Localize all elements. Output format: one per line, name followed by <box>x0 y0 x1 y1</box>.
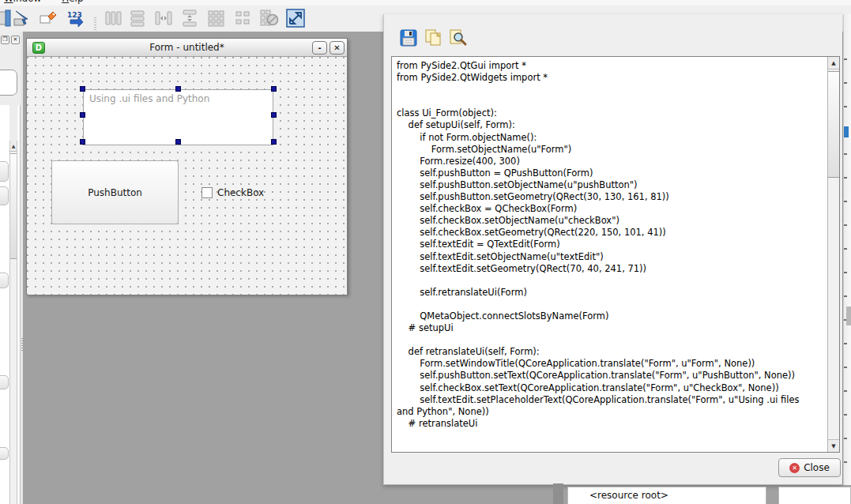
selection-handle[interactable] <box>271 112 277 118</box>
code-line: self.checkBox.setObjectName(u"checkBox") <box>397 215 827 227</box>
widget-box-scrollbar[interactable]: ▲ <box>9 141 17 504</box>
checkbox-box[interactable] <box>201 187 213 198</box>
code-line: and Python", None)) <box>397 406 827 418</box>
code-line <box>397 334 827 346</box>
scroll-up-icon[interactable]: ▲ <box>10 141 17 152</box>
form-editor-window: D Form - untitled* - ✕ Using .ui files a… <box>26 38 348 295</box>
code-text: from PySide2.QtGui import *from PySide2.… <box>397 60 827 430</box>
widget-box-item-stub[interactable] <box>0 375 9 389</box>
dock-splitter[interactable] <box>21 32 23 504</box>
code-preview-dialog: from PySide2.QtGui import *from PySide2.… <box>383 14 842 485</box>
code-line: self.checkBox.setText(QCoreApplication.t… <box>397 382 827 394</box>
widget-box-dock: ❐ ✕ ▲ <box>0 32 23 504</box>
edit-signals-slots-icon[interactable] <box>11 8 32 28</box>
minimize-button[interactable]: - <box>312 41 327 55</box>
panel-tick-marks <box>844 58 847 477</box>
scrollbar-fragment <box>553 483 563 504</box>
code-line: self.checkBox.setGeometry(QRect(220, 150… <box>397 227 827 239</box>
code-line <box>397 84 827 96</box>
edit-buddies-icon[interactable] <box>38 8 58 28</box>
edit-tab-order-icon[interactable]: 123 <box>65 8 85 28</box>
code-line <box>397 96 827 107</box>
text-edit-widget[interactable]: Using .ui files and Python <box>83 89 273 145</box>
code-line <box>397 299 827 310</box>
menubar: Window Help <box>0 0 851 6</box>
checkbox-label: CheckBox <box>217 187 264 198</box>
selection-handle[interactable] <box>175 139 181 145</box>
adjust-size-icon[interactable] <box>285 8 306 28</box>
layout-horizontal-splitter-icon[interactable] <box>153 8 174 28</box>
code-line: self.textEdit.setObjectName(u"textEdit") <box>397 251 827 263</box>
selection-handle[interactable] <box>175 86 181 92</box>
layout-vertical-splitter-icon[interactable] <box>179 8 200 28</box>
code-line: self.textEdit.setGeometry(QRect(70, 40, … <box>397 263 827 275</box>
selection-handle[interactable] <box>271 139 277 145</box>
code-line: QMetaObject.connectSlotsByName(Form) <box>397 310 827 322</box>
code-line: self.pushButton.setObjectName(u"pushButt… <box>397 179 827 191</box>
close-button-label: Close <box>804 462 830 473</box>
code-line: self.pushButton = QPushButton(Form) <box>397 167 827 179</box>
code-line: Form.setWindowTitle(QCoreApplication.tra… <box>397 358 827 370</box>
code-scrollbar[interactable]: ▲ ▼ <box>827 57 839 452</box>
break-layout-icon[interactable] <box>259 8 280 28</box>
widget-filter-input[interactable] <box>0 70 17 96</box>
widget-box-item-stub[interactable] <box>0 273 9 288</box>
form-canvas[interactable]: Using .ui files and Python PushButton Ch… <box>27 57 347 295</box>
code-line: # setupUi <box>397 322 827 334</box>
code-line: # retranslateUi <box>397 418 827 430</box>
copy-icon[interactable] <box>424 29 443 47</box>
dock-float-icon[interactable]: ❐ <box>1 36 9 44</box>
code-line: self.checkBox = QCheckBox(Form) <box>397 203 827 215</box>
layout-vertically-icon[interactable] <box>127 8 148 28</box>
scroll-down-icon[interactable]: ▼ <box>828 439 839 452</box>
close-icon: ✕ <box>789 463 800 473</box>
scrollbar-thumb[interactable] <box>828 71 839 178</box>
layout-grid-icon[interactable] <box>205 8 226 28</box>
resource-tree-panel[interactable]: <resource root> <box>567 487 766 504</box>
resource-root-item[interactable]: <resource root> <box>589 490 668 501</box>
push-button-widget[interactable]: PushButton <box>51 160 179 224</box>
code-line: Form.resize(400, 300) <box>397 156 827 167</box>
menu-help[interactable]: Help <box>62 0 83 4</box>
widget-box-item-stub[interactable] <box>0 161 9 182</box>
find-icon[interactable] <box>449 29 468 47</box>
code-line: self.textEdit = QTextEdit(Form) <box>397 239 827 250</box>
close-button[interactable]: ✕ Close <box>778 458 841 477</box>
code-view[interactable]: from PySide2.QtGui import *from PySide2.… <box>391 56 840 453</box>
menu-window[interactable]: Window <box>4 0 41 4</box>
text-edit-placeholder: Using .ui files and Python <box>84 90 273 107</box>
widget-box-item-stub[interactable] <box>0 447 9 460</box>
selection-handle[interactable] <box>80 112 85 118</box>
selected-row-sliver <box>844 126 849 137</box>
dock-close-icon[interactable]: ✕ <box>11 36 20 44</box>
selection-handle[interactable] <box>271 86 277 92</box>
code-line: def retranslateUi(self, Form): <box>397 346 827 358</box>
widget-box-item-stub[interactable] <box>0 186 9 205</box>
code-line: from PySide2.QtWidgets import * <box>397 72 827 84</box>
resource-list-panel[interactable] <box>778 487 851 504</box>
close-window-button[interactable]: ✕ <box>329 41 345 55</box>
scrollbar-thumb[interactable] <box>10 153 17 259</box>
code-line: from PySide2.QtGui import * <box>397 60 827 72</box>
code-line: class Ui_Form(object): <box>397 107 827 119</box>
form-window-title: Form - untitled* <box>149 42 224 53</box>
splitter-grip-icon[interactable] <box>21 338 23 352</box>
code-line: self.textEdit.setPlaceholderText(QCoreAp… <box>397 394 827 406</box>
layout-form-icon[interactable] <box>232 8 253 28</box>
code-line: self.pushButton.setGeometry(QRect(30, 13… <box>397 191 827 203</box>
scroll-up-icon[interactable]: ▲ <box>828 57 839 70</box>
code-line: self.retranslateUi(Form) <box>397 287 827 299</box>
check-box-widget[interactable]: CheckBox <box>201 176 281 209</box>
svg-text:123: 123 <box>67 11 82 19</box>
form-window-titlebar[interactable]: D Form - untitled* - ✕ <box>27 39 347 57</box>
code-line: self.pushButton.setText(QCoreApplication… <box>397 370 827 382</box>
layout-horizontally-icon[interactable] <box>103 8 123 28</box>
selection-handle[interactable] <box>80 86 85 92</box>
right-panel-edge <box>843 14 851 485</box>
code-line: def setupUi(self, Form): <box>397 119 827 131</box>
save-icon[interactable] <box>400 29 419 47</box>
designer-window-icon: D <box>32 42 45 54</box>
code-line <box>397 275 827 287</box>
selection-handle[interactable] <box>80 139 85 145</box>
scrollbar-thumb[interactable] <box>846 307 851 325</box>
